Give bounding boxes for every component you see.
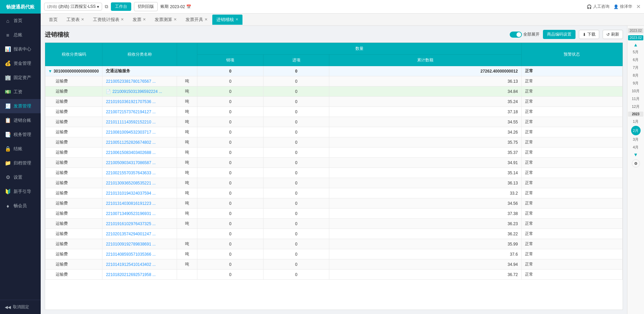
tab-salary-table[interactable]: 工资表 ✕: [62, 15, 88, 25]
sidebar-item-home[interactable]: ⌂ 首页: [0, 14, 41, 28]
table-row[interactable]: 运输费 22101310194324037594 ... 吨 0 0 33.2 …: [45, 188, 623, 198]
invoice-no-cell[interactable]: 22101820212692571958 ...: [102, 270, 177, 280]
table-row[interactable]: 运输费 22101111143592152210 ... 吨 0 0 34.55…: [45, 117, 623, 127]
calendar-month-12[interactable]: 12月: [628, 103, 643, 110]
table-row[interactable]: 运输费 22100721573762194127 ... 吨 0 0 37.18…: [45, 107, 623, 117]
sidebar-item-invoice[interactable]: 🧾 发票管理: [0, 99, 41, 113]
calendar-month-4[interactable]: 4月: [628, 144, 643, 151]
refresh-button[interactable]: ↺ 刷新: [603, 30, 623, 39]
calendar-settings-icon[interactable]: ⚙: [632, 159, 640, 168]
tab-close-icon[interactable]: ✕: [143, 17, 146, 22]
table-row[interactable]: ▼30100000000000000000 交通运输服务 0 0 27262.4…: [45, 66, 623, 76]
table-row[interactable]: 运输费 22101309365208535221 ... 吨 0 0 36.13…: [45, 178, 623, 188]
invoice-no-cell[interactable]: 22100511252826674802 ...: [102, 137, 177, 148]
sidebar-item-settings[interactable]: ⚙ 设置: [0, 170, 41, 184]
invoice-no-cell[interactable]: 22100615083403402688 ...: [102, 148, 177, 158]
tab-close-icon[interactable]: ✕: [235, 17, 238, 22]
tab-reconcile[interactable]: 进销稽核 ✕: [212, 15, 242, 25]
calendar-up-arrow[interactable]: ▲: [633, 42, 638, 47]
sidebar-item-assets[interactable]: 🏢 固定资产: [0, 71, 41, 85]
support-button[interactable]: 🎧 人工咨询: [587, 4, 609, 9]
calendar-month-10[interactable]: 10月: [628, 87, 643, 95]
table-row[interactable]: 运输费 22100615083403402688 ... 吨 0 0 35.37…: [45, 148, 623, 158]
invoice-no-cell[interactable]: 22100810094532303717 ...: [102, 127, 177, 137]
sidebar-item-member[interactable]: ♦ 畅会员: [0, 199, 41, 213]
invoice-no-cell[interactable]: 22101916102976437325 ...: [102, 219, 177, 229]
invoice-no-cell[interactable]: 22101310194324037594 ...: [102, 188, 177, 198]
sidebar-item-ledger[interactable]: ≡ 总账: [0, 28, 41, 42]
calendar-month-5[interactable]: 5月: [628, 48, 643, 56]
calendar-month-8[interactable]: 8月: [628, 72, 643, 79]
table-row[interactable]: 运输费 22101916102976437325 ... 吨 0 0 36.23…: [45, 219, 623, 229]
tab-close-icon[interactable]: ✕: [121, 17, 124, 22]
close-button[interactable]: ✕: [636, 3, 641, 10]
sales-cell: 0: [197, 168, 263, 178]
invoice-no-cell[interactable]: 22100721573762194127 ...: [102, 107, 177, 117]
calendar-month-2-active[interactable]: 2月: [631, 126, 641, 135]
tab-invoice[interactable]: 发票 ✕: [129, 15, 150, 25]
tab-invoice-calc[interactable]: 发票测算 ✕: [151, 15, 181, 25]
table-row[interactable]: 运输费 22100509034317086587 ... 吨 0 0 34.91…: [45, 158, 623, 168]
sidebar-item-salary[interactable]: 💵 工资: [0, 85, 41, 99]
sidebar-item-tax[interactable]: 📑 税务管理: [0, 127, 41, 142]
calendar-month-3[interactable]: 3月: [628, 136, 643, 143]
table-row[interactable]: 运输费 22101009192789838691 ... 吨 0 0 35.99…: [45, 239, 623, 249]
table-row[interactable]: 运输费 22100215570357643633 ... 吨 0 0 35.14…: [45, 168, 623, 178]
table-row[interactable]: 运输费 22101419125410143402 ... 吨 0 0 34.94…: [45, 259, 623, 270]
invoice-no-cell[interactable]: 22100509034317086587 ...: [102, 158, 177, 168]
invoice-no-cell[interactable]: 22101408593571035366 ...: [102, 249, 177, 259]
toggle-track[interactable]: [510, 32, 522, 38]
tab-invoice-open[interactable]: 发票开具 ✕: [181, 15, 212, 25]
worktable-button[interactable]: 工作台: [111, 2, 131, 11]
invoice-no-cell[interactable]: 22101309365208535221 ...: [102, 178, 177, 188]
calendar-month-1[interactable]: 1月: [628, 118, 643, 125]
table-row[interactable]: 运输费 22101910361921707536 ... 吨 0 0 35.24…: [45, 97, 623, 107]
table-row[interactable]: 运输费 22101314030816191223 ... 吨 0 0 34.56…: [45, 198, 623, 209]
invoice-no-cell[interactable]: 22100713490523196931 ...: [102, 209, 177, 219]
tab-close-icon[interactable]: ✕: [204, 17, 208, 22]
table-row[interactable]: 运输费 22100810094532303717 ... 吨 0 0 34.26…: [45, 127, 623, 137]
cumulative-cell: 34.91: [329, 158, 522, 168]
table-row[interactable]: 运输费 22100713490523196931 ... 吨 0 0 37.38…: [45, 209, 623, 219]
switch-button[interactable]: 切到旧版: [134, 2, 158, 11]
sidebar-item-archive[interactable]: 📁 归档管理: [0, 156, 41, 170]
invoice-no-cell[interactable]: 22101910361921707536 ...: [102, 97, 177, 107]
invoice-no-cell[interactable]: 22100215570357643633 ...: [102, 168, 177, 178]
invoice-no-cell[interactable]: 22100523381780176567 ...: [102, 76, 177, 86]
calendar-icon[interactable]: 📅: [186, 4, 191, 9]
company-selector[interactable]: (勿动) (勿动) 江西报宝-LSS ▾: [44, 3, 102, 11]
calendar-month-9[interactable]: 9月: [628, 80, 643, 87]
calendar-month-6[interactable]: 6月: [628, 56, 643, 63]
copy-icon[interactable]: ⧉: [105, 4, 108, 9]
table-row[interactable]: 运输费 22101820212692571958 ... 0 0 36.72 正…: [45, 270, 623, 280]
sidebar-item-reports[interactable]: 📊 报表中心: [0, 42, 41, 56]
unpin-button[interactable]: ◀◀ 取消固定: [0, 300, 41, 314]
tab-salary-stats[interactable]: 工资统计报表 ✕: [89, 15, 128, 25]
download-button[interactable]: ⬇ 下载: [579, 30, 599, 39]
sidebar-item-capital[interactable]: 💰 资金管理: [0, 56, 41, 71]
sidebar-item-purchase[interactable]: 📋 进销台账: [0, 113, 41, 127]
tab-home[interactable]: 首页: [45, 15, 62, 25]
calendar-month-7[interactable]: 7月: [628, 64, 643, 71]
sidebar-item-closing[interactable]: 🔒 结账: [0, 142, 41, 156]
user-area[interactable]: 👤 徐泽华: [613, 4, 632, 9]
table-row[interactable]: 运输费 22100523381780176567 ... 吨 0 0 36.13…: [45, 76, 623, 86]
tab-close-icon[interactable]: ✕: [174, 17, 177, 22]
invoice-no-cell[interactable]: 📄22100915031396592224 ...: [102, 86, 177, 97]
table-row[interactable]: 运输费 22102013574294001247 ... 0 0 36.22 正…: [45, 229, 623, 239]
product-settings-button[interactable]: 商品编码设置: [543, 30, 575, 39]
calendar-down-arrow[interactable]: ▼: [633, 152, 638, 157]
tab-close-icon[interactable]: ✕: [81, 17, 84, 22]
invoice-no-cell[interactable]: 22101314030816191223 ...: [102, 198, 177, 209]
table-row[interactable]: 运输费 22100511252826674802 ... 吨 0 0 35.75…: [45, 137, 623, 148]
sidebar-item-guide[interactable]: 🔰 新手引导: [0, 184, 41, 199]
calendar-month-11[interactable]: 11月: [628, 95, 643, 102]
invoice-no-cell[interactable]: 22101009192789838691 ...: [102, 239, 177, 249]
invoice-no-cell[interactable]: 22101111143592152210 ...: [102, 117, 177, 127]
table-row[interactable]: 运输费 📄22100915031396592224 ... 吨 0 0 34.8…: [45, 86, 623, 97]
status-cell: 正常: [521, 198, 622, 209]
invoice-no-cell[interactable]: 22102013574294001247 ...: [102, 229, 177, 239]
invoice-no-cell[interactable]: 22101419125410143402 ...: [102, 259, 177, 270]
table-row[interactable]: 运输费 22101408593571035366 ... 吨 0 0 37.6 …: [45, 249, 623, 259]
expand-toggle[interactable]: 全部展开: [510, 32, 540, 38]
